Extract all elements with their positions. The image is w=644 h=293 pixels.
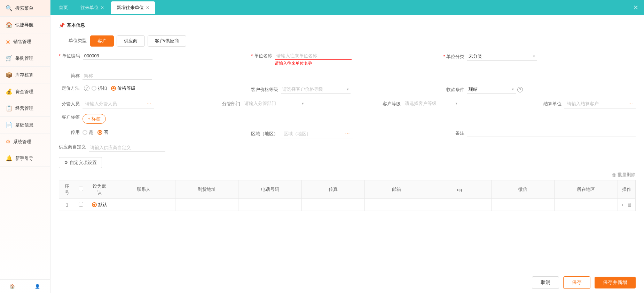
disabled-no[interactable]: 否 — [97, 129, 108, 136]
qq-input[interactable] — [432, 202, 488, 207]
unit-type-label: 单位类型 — [59, 35, 90, 44]
row-qq — [428, 199, 492, 211]
sidebar-user-btn[interactable]: 👤 — [25, 280, 50, 293]
sidebar-item-guide[interactable]: 🔔 新手引导 — [0, 150, 50, 167]
fax-input[interactable] — [305, 202, 361, 207]
sidebar-item-basic[interactable]: 📄 基础信息 — [0, 117, 50, 133]
price-level-select[interactable]: 请选择客户价格等级 ▼ — [281, 85, 351, 94]
pricing-radio-discount[interactable]: 折扣 — [92, 85, 107, 91]
price-level-placeholder: 请选择客户价格等级 — [282, 86, 345, 92]
name-label: 单位名称 — [251, 53, 275, 59]
sidebar-item-inventory[interactable]: 📦 库存核算 — [0, 67, 50, 83]
col-email: 邮箱 — [365, 180, 428, 199]
payment-help-icon[interactable]: ? — [517, 87, 523, 92]
tab-partners[interactable]: 往来单位 ✕ — [75, 1, 110, 14]
customer-level-label: 客户等级 — [380, 101, 403, 107]
home-icon: 🏠 — [6, 22, 13, 28]
pin-icon: 📌 — [59, 23, 65, 28]
category-value: 未分类 — [469, 53, 531, 59]
discount-label: 折扣 — [98, 85, 107, 91]
region-field: 区域（地区） ··· — [251, 129, 443, 138]
row-checkbox[interactable] — [79, 202, 83, 206]
level-arrow: ▼ — [455, 102, 458, 105]
window-close-btn[interactable]: ✕ — [630, 2, 641, 13]
sidebar-item-quicknav[interactable]: 🏠 快捷导航 — [0, 17, 50, 33]
unit-btn-supplier[interactable]: 供应商 — [117, 35, 145, 47]
customer-level-select[interactable]: 请选择客户等级 ▼ — [403, 99, 459, 108]
row-default-cell: 默认 — [87, 199, 112, 211]
pricing-help-icon[interactable]: ? — [84, 86, 89, 91]
col-fax: 传真 — [301, 180, 365, 199]
manager-input[interactable] — [84, 100, 145, 107]
col-checkbox — [75, 180, 87, 199]
row-delete-btn[interactable]: 🗑 — [627, 202, 632, 207]
sidebar-bottom: 🏠 👤 — [0, 279, 50, 293]
name-field: 单位名称 请输入往来单位名称 — [251, 52, 443, 66]
disabled-label: 停用 — [59, 129, 83, 136]
pricing-radio-group: 折扣 价格等级 — [92, 85, 135, 91]
name-input[interactable] — [275, 52, 352, 60]
code-input[interactable] — [83, 52, 152, 60]
payment-select[interactable]: 现结 ▼ — [467, 85, 516, 94]
sidebar-item-operations[interactable]: 📋 经营管理 — [0, 100, 50, 117]
remark-input[interactable] — [467, 129, 636, 137]
sidebar-item-sales[interactable]: ◎ 销售管理 — [0, 33, 50, 50]
custom-settings-wrapper: ⚙ 自定义项设置 — [59, 157, 636, 168]
unit-btn-customer[interactable]: 客户 — [90, 35, 114, 47]
row-default-radio[interactable]: 默认 — [91, 202, 108, 208]
settlement-input[interactable] — [566, 100, 627, 107]
custom-settings-button[interactable]: ⚙ 自定义项设置 — [59, 157, 102, 168]
unit-type-group: 客户 供应商 客户/供应商 — [90, 35, 186, 47]
phone-input[interactable] — [242, 202, 298, 207]
row-add-btn[interactable]: + — [621, 202, 624, 207]
sidebar-home-btn[interactable]: 🏠 — [0, 280, 25, 293]
short-name-input[interactable] — [83, 72, 152, 80]
sidebar-item-purchase[interactable]: 🛒 采购管理 — [0, 50, 50, 67]
settlement-dots-btn[interactable]: ··· — [627, 101, 634, 107]
pricing-radio-level[interactable]: 价格等级 — [111, 85, 135, 91]
disabled-region-row: 停用 是 否 区域（地区） — [59, 129, 636, 138]
department-field: 分管部门 请输入分管部门 ▼ — [219, 99, 380, 108]
customer-level-field: 客户等级 请选择客户等级 ▼ — [380, 99, 540, 108]
region-dots-btn[interactable]: ··· — [344, 131, 351, 137]
tab-new-partner[interactable]: 新增往来单位 ✕ — [111, 1, 155, 14]
search-icon: 🔍 — [6, 5, 13, 11]
save-button[interactable]: 保存 — [563, 276, 590, 289]
tab-partners-close[interactable]: ✕ — [101, 6, 104, 10]
batch-delete-btn[interactable]: 🗑 批量删除 — [612, 172, 636, 178]
email-input[interactable] — [368, 202, 424, 207]
tab-home[interactable]: 首页 — [53, 1, 73, 14]
manager-dots-btn[interactable]: ··· — [145, 101, 152, 107]
region-input[interactable] — [282, 130, 344, 137]
row-checkbox-cell — [75, 199, 87, 211]
contact-input[interactable] — [116, 202, 172, 207]
add-tag-button[interactable]: + 标签 — [83, 114, 106, 124]
name-error-msg: 请输入往来单位名称 — [275, 61, 312, 66]
supplier-custom-input[interactable] — [89, 144, 165, 152]
sidebar-item-finance[interactable]: 💰 资金管理 — [0, 83, 50, 100]
finance-icon: 💰 — [6, 88, 13, 95]
tab-new-partner-close[interactable]: ✕ — [146, 6, 149, 10]
disabled-yes[interactable]: 是 — [83, 129, 93, 136]
sidebar-item-search[interactable]: 🔍 搜索菜单 — [0, 0, 50, 17]
region-row-input[interactable] — [558, 202, 614, 207]
sidebar-label-system: 系统管理 — [13, 139, 31, 145]
cancel-button[interactable]: 取消 — [532, 276, 559, 289]
wechat-input[interactable] — [495, 202, 551, 207]
unit-btn-both[interactable]: 客户/供应商 — [148, 35, 186, 47]
col-wechat: 微信 — [491, 180, 555, 199]
region-input-wrapper: ··· — [281, 129, 352, 138]
department-select[interactable]: 请输入分管部门 ▼ — [243, 99, 306, 108]
sidebar-item-system[interactable]: ⚙ 系统管理 — [0, 133, 50, 150]
sidebar-label-sales: 销售管理 — [13, 39, 31, 45]
category-label: 单位分类 — [443, 54, 468, 60]
select-all-checkbox[interactable] — [79, 187, 83, 191]
system-icon: ⚙ — [6, 138, 10, 145]
sales-icon: ◎ — [6, 38, 10, 45]
category-select[interactable]: 未分类 ▼ — [467, 52, 537, 61]
short-name-label: 简称 — [59, 73, 83, 79]
save-new-button[interactable]: 保存并新增 — [595, 277, 636, 288]
sidebar-label-guide: 新手引导 — [15, 155, 33, 162]
settlement-label: 结算单位 — [541, 101, 564, 107]
address-input[interactable] — [179, 202, 235, 207]
